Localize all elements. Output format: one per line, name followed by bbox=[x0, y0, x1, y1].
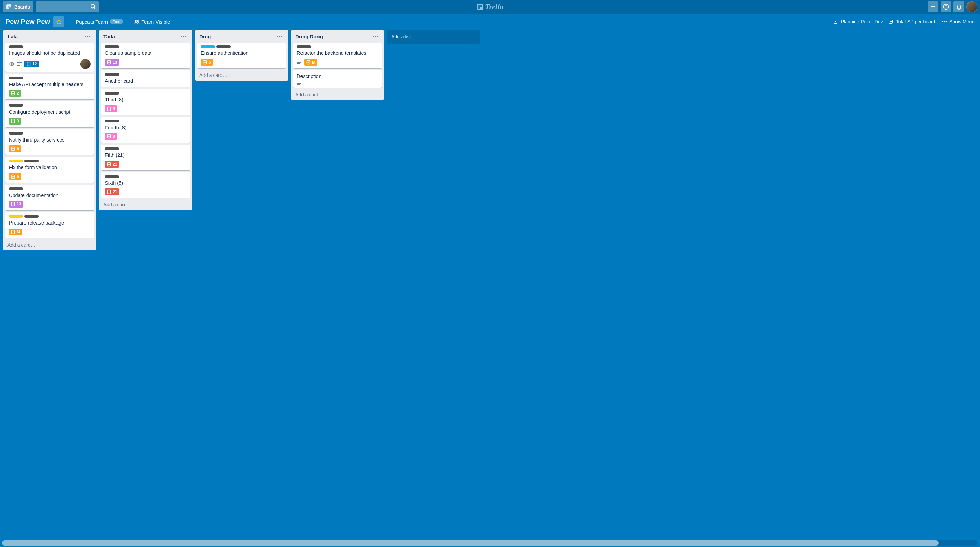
card-label[interactable] bbox=[201, 45, 215, 48]
card-label[interactable] bbox=[9, 132, 23, 135]
card-icon bbox=[889, 20, 892, 24]
card[interactable]: Ensure authentication5 bbox=[197, 43, 286, 68]
card-badges: 5 bbox=[9, 173, 91, 180]
add-list-button[interactable]: Add a list… bbox=[387, 30, 480, 43]
card-label[interactable] bbox=[105, 73, 119, 76]
visibility-button[interactable]: Team Visible bbox=[134, 19, 170, 25]
story-points-badge: 5 bbox=[201, 59, 213, 66]
card-badges: 21 bbox=[105, 188, 186, 195]
card[interactable]: Notify third-party services5 bbox=[5, 129, 94, 155]
notifications-button[interactable] bbox=[953, 2, 964, 12]
card-label[interactable] bbox=[105, 175, 119, 178]
card-member-avatar[interactable] bbox=[80, 59, 91, 69]
label-row bbox=[201, 45, 282, 48]
card-label[interactable] bbox=[105, 120, 119, 122]
star-button[interactable] bbox=[53, 16, 64, 27]
info-button[interactable] bbox=[940, 2, 951, 12]
story-points-badge: 8 bbox=[105, 105, 117, 112]
card[interactable]: Refactor the backend templatesM bbox=[293, 43, 382, 68]
horizontal-scrollbar[interactable] bbox=[2, 540, 978, 545]
search-input[interactable] bbox=[36, 2, 99, 12]
label-row bbox=[9, 215, 91, 218]
card-label[interactable] bbox=[9, 104, 23, 107]
description-icon bbox=[297, 82, 301, 85]
label-row bbox=[297, 45, 379, 48]
story-points-badge: 21 bbox=[105, 188, 119, 195]
card[interactable]: Images should not be duplicated12 bbox=[5, 43, 94, 72]
card-label[interactable] bbox=[297, 45, 311, 48]
list-title[interactable]: Dong Dong bbox=[295, 34, 323, 40]
add-card-button[interactable]: Add a card… bbox=[102, 200, 190, 208]
show-menu-button[interactable]: ••• Show Menu bbox=[941, 19, 975, 24]
planning-poker-link[interactable]: Planning Poker Dev bbox=[834, 19, 883, 24]
card-title: Update documentation bbox=[9, 192, 91, 199]
card[interactable]: Fix the form validation5 bbox=[5, 157, 94, 183]
card[interactable]: Cleanup sample data13 bbox=[102, 43, 190, 68]
card-badges: 8 bbox=[105, 105, 186, 112]
list-title[interactable]: Tada bbox=[103, 34, 115, 40]
card[interactable]: Fourth (8)8 bbox=[102, 117, 190, 143]
card-label[interactable] bbox=[105, 45, 119, 48]
list-menu-button[interactable]: ••• bbox=[83, 33, 92, 40]
avatar[interactable] bbox=[966, 2, 977, 12]
total-sp-link[interactable]: Total SP per board bbox=[889, 19, 935, 24]
story-points-badge: 5 bbox=[9, 173, 21, 180]
boards-button[interactable]: Boards bbox=[3, 2, 33, 12]
list-title[interactable]: Lala bbox=[8, 34, 18, 40]
description-icon bbox=[17, 62, 22, 66]
list-menu-button[interactable]: ••• bbox=[179, 33, 188, 40]
card-badges: 5 bbox=[9, 145, 91, 152]
add-card-button[interactable]: Add a card… bbox=[197, 70, 286, 79]
add-card-button[interactable]: Add a card… bbox=[293, 90, 382, 98]
card-label[interactable] bbox=[9, 188, 23, 190]
list-title[interactable]: Ding bbox=[199, 34, 211, 40]
team-name[interactable]: Pupcats Team Free bbox=[76, 19, 123, 25]
story-points-badge: 21 bbox=[105, 161, 119, 168]
card[interactable]: Another card bbox=[102, 70, 190, 87]
trello-logo[interactable]: Trello bbox=[477, 2, 503, 11]
card[interactable]: Update documentation13 bbox=[5, 185, 94, 211]
ellipsis-icon: ••• bbox=[941, 19, 947, 24]
card-label[interactable] bbox=[9, 76, 23, 79]
search-icon bbox=[90, 3, 96, 10]
svg-rect-6 bbox=[478, 5, 480, 9]
story-points-badge: 13 bbox=[9, 201, 23, 208]
card[interactable]: Description bbox=[293, 70, 382, 88]
label-row bbox=[9, 132, 91, 135]
label-row bbox=[105, 73, 186, 76]
list-menu-button[interactable]: ••• bbox=[275, 33, 284, 40]
card-title: Fix the form validation bbox=[9, 164, 91, 171]
list-menu-button[interactable]: ••• bbox=[371, 33, 380, 40]
card-label[interactable] bbox=[105, 92, 119, 95]
card-label[interactable] bbox=[9, 215, 23, 218]
board-title[interactable]: Pew Pew Pew bbox=[5, 18, 50, 26]
card-label[interactable] bbox=[24, 159, 39, 162]
card-title: Description bbox=[297, 73, 379, 80]
svg-rect-2 bbox=[9, 5, 10, 7]
card-label[interactable] bbox=[216, 45, 231, 48]
label-row bbox=[105, 147, 186, 150]
list-header: Dong Dong••• bbox=[293, 32, 382, 40]
board-canvas[interactable]: Lala•••Images should not be duplicated12… bbox=[0, 30, 980, 547]
scrollbar-thumb[interactable] bbox=[2, 540, 939, 545]
card[interactable]: Sixth (5)21 bbox=[102, 172, 190, 198]
card[interactable]: Fifth (21)21 bbox=[102, 145, 190, 170]
card-title: Make API accept multiple headers bbox=[9, 81, 91, 88]
card[interactable]: Prepare release packageM bbox=[5, 212, 94, 238]
card-badges: 13 bbox=[9, 201, 91, 208]
card-label[interactable] bbox=[9, 45, 23, 48]
card[interactable]: Third (8)8 bbox=[102, 89, 190, 115]
add-button[interactable] bbox=[928, 2, 939, 12]
card-title: Sixth (5) bbox=[105, 180, 186, 187]
add-card-button[interactable]: Add a card… bbox=[5, 240, 94, 248]
card[interactable]: Make API accept multiple headers2 bbox=[5, 74, 94, 100]
label-row bbox=[105, 175, 186, 178]
card-label[interactable] bbox=[105, 147, 119, 150]
card[interactable]: Configure deployment script3 bbox=[5, 101, 94, 127]
trello-logo-icon bbox=[477, 3, 484, 10]
list: Lala•••Images should not be duplicated12… bbox=[3, 30, 96, 250]
story-points-badge: M bbox=[9, 229, 22, 235]
svg-rect-1 bbox=[8, 5, 8, 8]
card-label[interactable] bbox=[24, 215, 39, 218]
card-label[interactable] bbox=[9, 159, 23, 162]
